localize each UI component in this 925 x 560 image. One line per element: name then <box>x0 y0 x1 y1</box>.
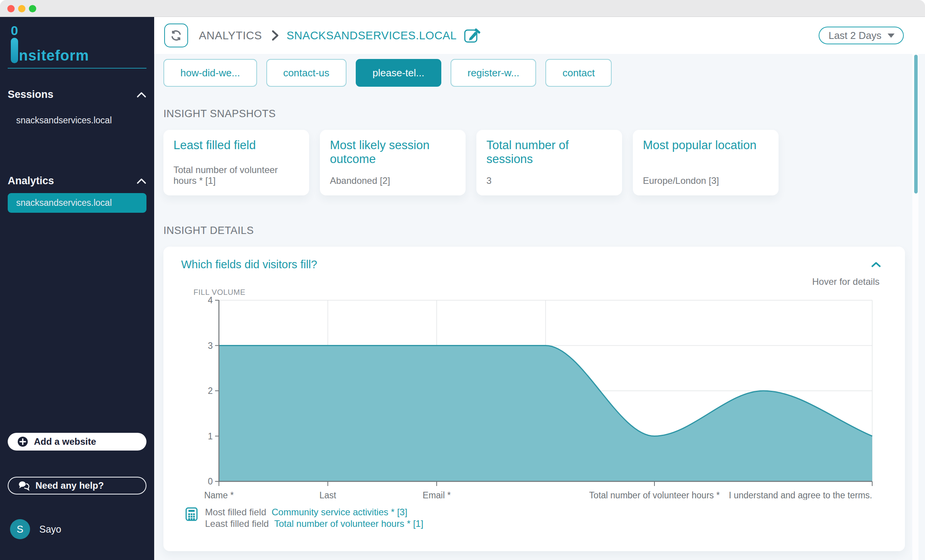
card-title: Least filled field <box>173 138 299 152</box>
sidebar-nav: Sessions snacksandservices.local Analyti… <box>0 69 154 213</box>
user-menu[interactable]: S Sayo <box>10 519 146 539</box>
card-value: Abandoned [2] <box>330 175 456 186</box>
insight-snapshots-title: INSIGHT SNAPSHOTS <box>163 108 925 120</box>
table-grid-icon <box>185 507 198 521</box>
refresh-icon <box>169 29 183 42</box>
caret-down-icon <box>888 34 895 38</box>
tab-please-tel[interactable]: please-tel... <box>356 59 441 87</box>
edit-site-name-button[interactable] <box>464 28 481 43</box>
legend-row-least-filled: Least filled field Total number of volun… <box>205 518 423 529</box>
snapshot-card-popular-location: Most popular location Europe/London [3] <box>633 130 779 195</box>
snapshot-card-total-sessions: Total number of sessions 3 <box>476 130 622 195</box>
card-value: Europe/London [3] <box>643 175 769 186</box>
card-title: Most likely session outcome <box>330 138 456 166</box>
svg-text:Email *: Email * <box>423 490 451 500</box>
form-tabs: how-did-we... contact-us please-tel... r… <box>163 59 925 87</box>
user-name: Sayo <box>39 524 61 535</box>
hover-hint-text: Hover for details <box>163 276 905 287</box>
insight-details-title: INSIGHT DETAILS <box>163 225 925 237</box>
sidebar: 0 nsiteform Sessions snacksandservices.l… <box>0 17 154 560</box>
svg-text:Name *: Name * <box>204 490 234 500</box>
chat-bubbles-icon <box>18 480 30 491</box>
legend-label: Least filled field <box>205 518 269 529</box>
content: how-did-we... contact-us please-tel... r… <box>154 54 925 560</box>
snapshot-cards: Least filled field Total number of volun… <box>163 130 925 195</box>
scrollbar-thumb[interactable] <box>914 55 918 193</box>
edit-pencil-icon <box>464 28 481 43</box>
card-value: Total number of volunteer hours * [1] <box>173 165 299 186</box>
svg-text:3: 3 <box>208 341 213 351</box>
logo-stem-shape <box>11 38 18 63</box>
tab-contact-us[interactable]: contact-us <box>266 59 346 87</box>
svg-text:1: 1 <box>208 431 213 441</box>
breadcrumb-page[interactable]: SNACKSANDSERVICES.LOCAL <box>287 29 457 42</box>
chevron-up-icon <box>136 178 146 184</box>
refresh-button[interactable] <box>164 24 188 47</box>
chart-question-title: Which fields did visitors fill? <box>181 258 317 271</box>
svg-text:I understand and agree to the: I understand and agree to the terms. <box>729 490 872 500</box>
legend-row-most-filled: Most filled field Community service acti… <box>205 507 423 518</box>
snapshot-card-least-filled: Least filled field Total number of volun… <box>163 130 309 195</box>
tab-register-w[interactable]: register-w... <box>451 59 536 87</box>
snapshot-card-session-outcome: Most likely session outcome Abandoned [2… <box>320 130 466 195</box>
app-logo: 0 nsiteform <box>0 17 154 69</box>
card-title: Most popular location <box>643 138 769 152</box>
svg-text:4: 4 <box>208 295 213 305</box>
minimize-window-button[interactable] <box>18 5 25 12</box>
sidebar-section-sessions[interactable]: Sessions <box>8 89 146 101</box>
svg-text:2: 2 <box>208 386 213 396</box>
svg-text:Last: Last <box>320 490 336 500</box>
window-titlebar <box>0 0 925 17</box>
app-window: 0 nsiteform Sessions snacksandservices.l… <box>0 0 925 560</box>
tab-contact[interactable]: contact <box>545 59 612 87</box>
chevron-up-icon <box>870 261 882 268</box>
zoom-window-button[interactable] <box>29 5 36 12</box>
add-website-label: Add a website <box>34 436 96 447</box>
logo-wordmark: nsiteform <box>19 47 89 64</box>
analytics-section-label: Analytics <box>8 175 54 187</box>
avatar: S <box>10 519 30 539</box>
svg-text:FILL VOLUME: FILL VOLUME <box>193 289 246 296</box>
tab-how-did-we[interactable]: how-did-we... <box>163 59 257 87</box>
svg-text:0: 0 <box>208 476 213 486</box>
need-help-button[interactable]: Need any help? <box>8 477 146 494</box>
need-help-label: Need any help? <box>35 480 104 491</box>
card-title: Total number of sessions <box>486 138 612 166</box>
topbar: ANALYTICS SNACKSANDSERVICES.LOCAL Last 2… <box>154 17 925 54</box>
plus-circle-icon <box>17 436 29 447</box>
chart-legend: Most filled field Community service acti… <box>185 507 905 529</box>
date-range-dropdown[interactable]: Last 2 Days <box>819 27 904 44</box>
legend-label: Most filled field <box>205 507 266 518</box>
fill-volume-chart[interactable]: 01234Name *LastEmail *Total number of vo… <box>192 289 901 500</box>
close-window-button[interactable] <box>7 5 15 12</box>
card-value: 3 <box>486 175 612 186</box>
chevron-right-icon <box>271 30 279 41</box>
sidebar-item-sessions-site[interactable]: snacksandservices.local <box>8 111 146 129</box>
main-area: ANALYTICS SNACKSANDSERVICES.LOCAL Last 2… <box>154 17 925 560</box>
sidebar-section-analytics[interactable]: Analytics <box>8 175 146 187</box>
collapse-card-button[interactable] <box>870 261 882 268</box>
add-website-button[interactable]: Add a website <box>8 433 146 451</box>
logo-zero-mark: 0 <box>11 25 146 36</box>
date-range-value: Last 2 Days <box>829 30 881 42</box>
chevron-up-icon <box>136 92 146 98</box>
sessions-section-label: Sessions <box>8 89 54 101</box>
insight-details-card: Which fields did visitors fill? Hover fo… <box>163 247 905 551</box>
legend-value-link[interactable]: Community service activities * [3] <box>272 507 407 518</box>
svg-text:Total number of volunteer hour: Total number of volunteer hours * <box>589 490 720 500</box>
sidebar-item-analytics-site[interactable]: snacksandservices.local <box>8 193 146 213</box>
scrollbar-track[interactable] <box>912 54 918 560</box>
legend-value-link[interactable]: Total number of volunteer hours * [1] <box>274 518 423 529</box>
breadcrumb-section[interactable]: ANALYTICS <box>199 29 262 42</box>
